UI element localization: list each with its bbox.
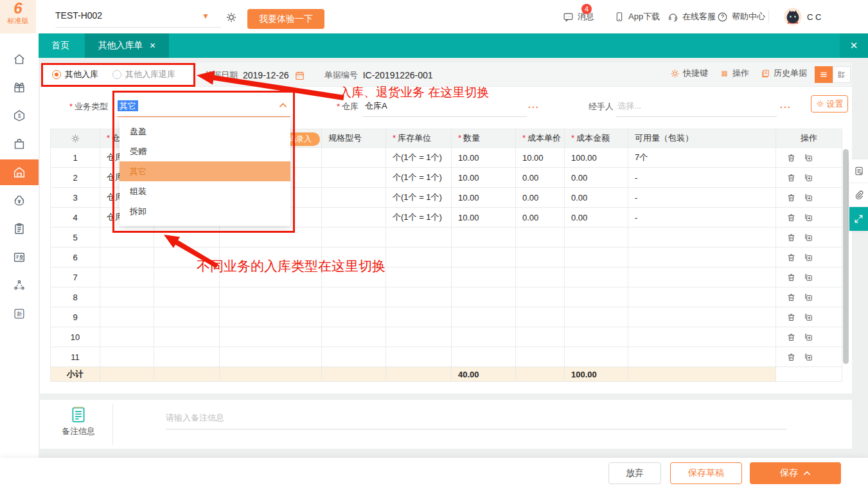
table-cell-amount[interactable] — [565, 347, 628, 367]
dropdown-option[interactable]: 盘盈 — [120, 122, 290, 141]
account-selector[interactable]: TEST-H002 ▼ — [55, 10, 221, 28]
radio-other-inbound-return[interactable]: 其他入库退库 — [112, 69, 175, 80]
table-cell-amount[interactable] — [565, 327, 628, 347]
table-cell-price[interactable]: 0.00 — [516, 168, 565, 188]
table-cell-col4[interactable] — [322, 148, 386, 168]
nav-help-center[interactable]: 帮助中心 — [717, 0, 765, 33]
handler-more-button[interactable]: ... — [780, 100, 792, 110]
table-cell-col4[interactable] — [322, 307, 386, 327]
table-cell-col3[interactable] — [220, 347, 322, 367]
table-cell-qty[interactable] — [452, 267, 516, 287]
table-cell-qty[interactable] — [452, 228, 516, 248]
nav-messages[interactable]: 消息 4 — [563, 0, 594, 33]
tab-close-icon[interactable]: ✕ — [149, 41, 155, 50]
column-settings-icon[interactable] — [71, 134, 80, 143]
rail-attachment-button[interactable] — [849, 183, 868, 207]
table-cell-price[interactable] — [516, 307, 565, 327]
table-cell-warehouse[interactable] — [100, 347, 154, 367]
sidebar-item-sales[interactable]: $ — [0, 103, 39, 129]
table-cell-avail[interactable] — [628, 327, 776, 347]
table-cell-unit[interactable] — [386, 228, 452, 248]
table-cell-col3[interactable] — [220, 327, 322, 347]
table-cell-avail[interactable]: - — [628, 188, 776, 208]
table-cell-amount[interactable]: 100.00 — [565, 148, 628, 168]
handler-input[interactable]: 选择... — [617, 100, 641, 112]
operate-button[interactable]: 操作 — [720, 68, 749, 79]
warehouse-input[interactable]: 仓库A — [365, 100, 387, 112]
copy-add-icon[interactable] — [804, 293, 813, 302]
table-cell-price[interactable] — [516, 347, 565, 367]
table-cell-warehouse[interactable] — [100, 327, 154, 347]
table-cell-qty[interactable] — [452, 327, 516, 347]
table-cell-unit[interactable] — [386, 248, 452, 267]
table-cell-amount[interactable] — [565, 228, 628, 248]
table-cell-price[interactable]: 0.00 — [516, 208, 565, 228]
table-cell-col3[interactable] — [220, 287, 322, 307]
sidebar-item-purchase[interactable] — [0, 131, 39, 157]
biz-type-input[interactable]: 其它 — [118, 100, 138, 112]
table-cell-unit[interactable] — [386, 347, 452, 367]
nav-app-download[interactable]: App下载 — [614, 0, 660, 33]
table-cell-warehouse[interactable] — [100, 307, 154, 327]
trash-icon[interactable] — [786, 312, 796, 322]
table-scrollbar[interactable] — [843, 149, 849, 364]
card-view-button[interactable] — [833, 66, 851, 83]
table-cell-warehouse[interactable] — [100, 287, 154, 307]
sidebar-item-contacts[interactable] — [0, 244, 39, 270]
table-cell-avail[interactable] — [628, 228, 776, 248]
table-cell-col3[interactable] — [220, 228, 322, 248]
close-all-icon[interactable]: ✕ — [840, 33, 868, 58]
date-value[interactable]: 2019-12-26 — [243, 70, 289, 80]
trash-icon[interactable] — [786, 293, 796, 302]
table-cell-col2[interactable] — [154, 307, 220, 327]
table-cell-price[interactable]: 0.00 — [516, 188, 565, 208]
warehouse-more-button[interactable]: ... — [528, 100, 540, 110]
table-cell-qty[interactable] — [452, 307, 516, 327]
calendar-icon[interactable] — [294, 70, 305, 81]
table-cell-amount[interactable] — [565, 307, 628, 327]
list-view-button[interactable] — [815, 66, 833, 83]
table-cell-amount[interactable] — [565, 287, 628, 307]
table-cell-amount[interactable]: 0.00 — [565, 188, 628, 208]
table-cell-col3[interactable] — [220, 307, 322, 327]
table-cell-unit[interactable] — [386, 287, 452, 307]
table-cell-price[interactable] — [516, 267, 565, 287]
table-cell-avail[interactable] — [628, 307, 776, 327]
sidebar-item-inventory[interactable] — [0, 159, 39, 185]
table-cell-unit[interactable] — [386, 267, 452, 287]
discard-button[interactable]: 放弃 — [608, 462, 661, 484]
table-cell-col2[interactable] — [154, 287, 220, 307]
table-cell-price[interactable] — [516, 228, 565, 248]
copy-add-icon[interactable] — [804, 253, 813, 262]
table-cell-avail[interactable]: - — [628, 168, 776, 188]
tab-other-inbound[interactable]: 其他入库单 ✕ — [85, 33, 168, 58]
table-cell-amount[interactable] — [565, 248, 628, 267]
settings-button[interactable]: 设置 — [811, 95, 848, 113]
trash-icon[interactable] — [786, 233, 796, 242]
table-cell-warehouse[interactable] — [100, 267, 154, 287]
save-draft-button[interactable]: 保存草稿 — [670, 462, 742, 484]
nav-online-service[interactable]: 在线客服 — [668, 0, 716, 33]
table-cell-qty[interactable] — [452, 248, 516, 267]
settings-gear-icon[interactable] — [226, 12, 237, 23]
trial-button[interactable]: 我要体验一下 — [247, 9, 324, 29]
table-cell-avail[interactable]: - — [628, 208, 776, 228]
trash-icon[interactable] — [786, 193, 796, 203]
table-cell-col4[interactable] — [322, 228, 386, 248]
shortcut-keys-button[interactable]: 快捷键 — [670, 68, 708, 79]
table-cell-col4[interactable] — [322, 287, 386, 307]
table-cell-col2[interactable] — [154, 228, 220, 248]
avatar[interactable] — [784, 8, 802, 26]
sidebar-item-gift[interactable] — [0, 75, 39, 100]
table-cell-qty[interactable] — [452, 287, 516, 307]
dropdown-option[interactable]: 其它 — [120, 161, 290, 181]
trash-icon[interactable] — [786, 153, 796, 163]
remark-input[interactable] — [166, 413, 787, 429]
copy-add-icon[interactable] — [804, 233, 813, 242]
table-cell-warehouse[interactable] — [100, 228, 154, 248]
table-cell-col2[interactable] — [154, 327, 220, 347]
table-cell-price[interactable] — [516, 327, 565, 347]
table-cell-unit[interactable] — [386, 307, 452, 327]
trash-icon[interactable] — [786, 213, 796, 222]
table-cell-qty[interactable]: 10.00 — [452, 148, 516, 168]
